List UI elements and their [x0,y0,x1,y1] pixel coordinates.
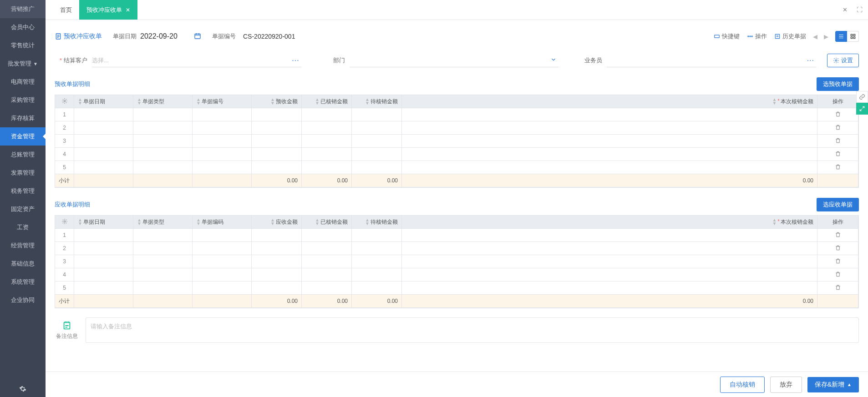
sidebar-item-ledger[interactable]: 总账管理 [0,146,46,164]
document-icon [55,33,62,40]
customer-input[interactable] [92,57,301,64]
gear-icon [61,218,68,225]
section2-header: 应收单据明细 选应收单据 [55,198,859,211]
receivable-table: ▲▼单据日期 ▲▼单据类型 ▲▼单据编码 ▲▼应收金额 ▲▼已核销金额 ▲▼待核… [55,215,859,308]
svg-point-5 [751,36,752,37]
sidebar-item-purchase[interactable]: 采购管理 [0,91,46,109]
operate-link[interactable]: 操作 [744,30,770,42]
sort-icon: ▲▼ [196,98,201,105]
sidebar-item-assets[interactable]: 固定资产 [0,200,46,218]
delete-icon[interactable] [835,272,841,279]
delete-icon[interactable] [835,126,841,132]
close-icon[interactable]: ✕ [126,7,130,13]
sidebar-item-funds[interactable]: 资金管理 [0,127,46,146]
sort-icon: ▲▼ [137,218,142,226]
sort-icon: ▲▼ [365,218,370,226]
tab-prepay-offset[interactable]: 预收冲应收单 ✕ [79,0,137,20]
history-link[interactable]: 历史单据 [772,30,809,42]
history-icon [774,33,781,40]
select-receivable-button[interactable]: 选应收单据 [817,198,859,211]
delete-icon[interactable] [835,246,841,252]
sidebar-item-tax[interactable]: 税务管理 [0,182,46,200]
table-row[interactable]: 5 [55,161,858,174]
settings-button[interactable]: 设置 [827,54,859,67]
link-icon [859,94,865,100]
shortcut-link[interactable]: 快捷键 [711,30,742,42]
view-grid-button[interactable] [847,31,859,42]
caret-down-icon: ▼ [33,61,38,66]
sort-icon: ▲▼ [270,218,275,226]
subtotal-row: 小计 0.00 0.00 0.00 0.00 [55,174,858,187]
main-area: 首页 预收冲应收单 ✕ ✕ ⛶ 预收冲应收单 单据日期 2022-09-20 [46,0,868,397]
sidebar-item-salary[interactable]: 工资 [0,218,46,236]
calendar-icon[interactable] [194,32,201,41]
sort-icon: ▲▼ [315,218,320,226]
date-value[interactable]: 2022-09-20 [140,32,190,41]
svg-point-12 [64,100,66,102]
sidebar-settings-button[interactable] [0,381,46,397]
salesman-picker-icon[interactable]: ··· [807,56,814,65]
sidebar-item-retail-stats[interactable]: 零售统计 [0,36,46,55]
salesman-input[interactable] [607,57,816,64]
delete-icon[interactable] [835,259,841,266]
table-row[interactable]: 5 [55,281,858,295]
select-prepay-button[interactable]: 选预收单据 [817,77,859,91]
auto-verify-button[interactable]: 自动核销 [720,377,765,393]
delete-icon[interactable] [835,152,841,158]
prev-doc-button[interactable]: ◀ [811,33,820,40]
sidebar-item-basic[interactable]: 基础信息 [0,255,46,273]
section2-title: 应收单据明细 [55,201,90,209]
tabbar-close-button[interactable]: ✕ [840,5,850,15]
sidebar-item-marketing[interactable]: 营销推广 [0,0,46,18]
fullscreen-icon[interactable]: ⛶ [854,5,864,15]
customer-field: *结算客户 ··· [55,54,301,67]
sidebar-item-operation[interactable]: 经营管理 [0,236,46,255]
delete-icon[interactable] [835,112,841,119]
gear-icon [833,57,839,64]
save-new-button[interactable]: 保存&新增 ▲ [807,377,859,392]
doc-header: 预收冲应收单 单据日期 2022-09-20 单据编号 CS-20220920-… [55,27,859,45]
table-row[interactable]: 1 [55,229,858,242]
view-mode-toggle [835,31,859,42]
operate-icon [747,33,753,40]
delete-icon[interactable] [835,139,841,145]
date-label: 单据日期 [113,32,137,40]
dept-input[interactable] [350,57,559,64]
subtotal-row: 小计 0.00 0.00 0.00 0.00 [55,295,858,308]
sidebar-item-collab[interactable]: 企业协同 [0,291,46,309]
expand-button[interactable] [856,103,868,115]
table-gear-button[interactable] [55,216,74,229]
sidebar-item-wholesale[interactable]: 批发管理▼ [0,55,46,73]
discard-button[interactable]: 放弃 [770,377,802,393]
table-row[interactable]: 2 [55,121,858,135]
table-row[interactable]: 1 [55,108,858,121]
sidebar-item-ecommerce[interactable]: 电商管理 [0,73,46,91]
sort-icon: ▲▼ [315,98,320,105]
next-doc-button[interactable]: ▶ [822,33,831,40]
form-row: *结算客户 ··· 部门 业务员 [55,54,859,67]
dept-field: 部门 [312,54,559,67]
remarks-input[interactable] [86,317,859,343]
table-gear-button[interactable] [55,95,74,108]
table-row[interactable]: 3 [55,255,858,268]
delete-icon[interactable] [835,286,841,292]
chevron-down-icon[interactable] [550,56,557,64]
table-row[interactable]: 4 [55,268,858,281]
gear-icon [19,385,26,392]
tab-home[interactable]: 首页 [53,0,79,20]
attachment-button[interactable] [856,91,868,103]
customer-picker-icon[interactable]: ··· [292,56,299,65]
delete-icon[interactable] [835,165,841,171]
table-row[interactable]: 4 [55,148,858,161]
svg-rect-10 [853,37,855,39]
sort-icon: ▲▼ [772,98,777,105]
table-row[interactable]: 2 [55,242,858,255]
sort-icon: ▲▼ [78,98,82,105]
sidebar-item-member[interactable]: 会员中心 [0,18,46,36]
delete-icon[interactable] [835,233,841,239]
sidebar-item-inventory[interactable]: 库存核算 [0,109,46,127]
sidebar-item-invoice[interactable]: 发票管理 [0,164,46,182]
view-list-button[interactable] [835,31,847,42]
table-row[interactable]: 3 [55,135,858,148]
sidebar-item-system[interactable]: 系统管理 [0,273,46,291]
